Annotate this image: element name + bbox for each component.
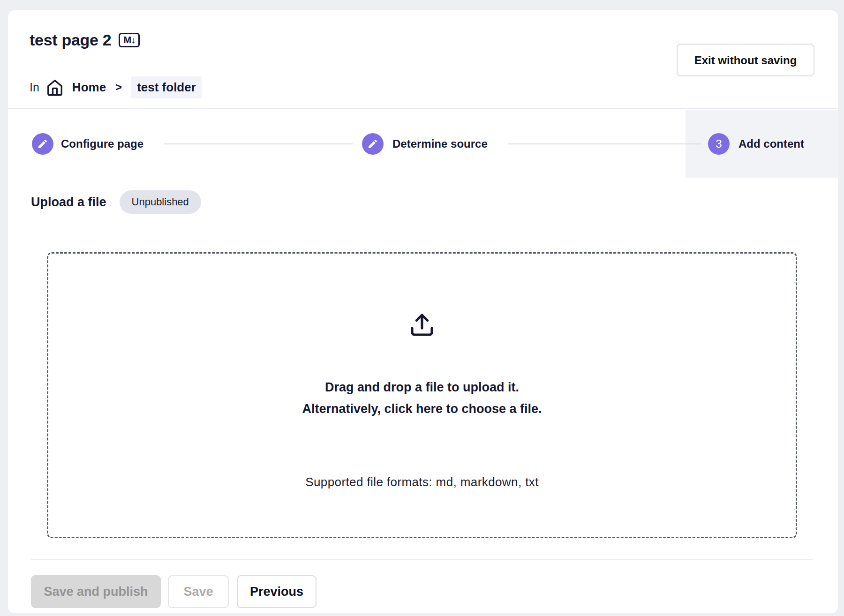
unpublished-badge: Unpublished xyxy=(120,190,201,214)
breadcrumb-separator: > xyxy=(115,81,122,94)
dropzone-line-2: Alternatively, click here to choose a fi… xyxy=(48,398,796,420)
breadcrumb-current-folder[interactable]: test folder xyxy=(131,76,202,98)
previous-button[interactable]: Previous xyxy=(237,575,316,608)
step-determine-source[interactable] xyxy=(359,110,505,178)
dropzone-instructions: Drag and drop a file to upload it. Alter… xyxy=(48,376,796,420)
footer-divider xyxy=(31,559,813,560)
file-dropzone[interactable]: Drag and drop a file to upload it. Alter… xyxy=(47,252,797,538)
section-heading-row: Upload a file Unpublished xyxy=(31,190,201,214)
supported-formats-text: Supported file formats: md, markdown, tx… xyxy=(48,475,796,489)
page-title: test page 2 xyxy=(30,31,111,49)
step-connector-1 xyxy=(164,143,353,144)
exit-without-saving-button[interactable]: Exit without saving xyxy=(677,44,814,76)
upload-icon xyxy=(409,312,435,338)
page-card: test page 2 M↓ In Home > test folder Exi… xyxy=(8,10,838,613)
stepper: Configure page Determine source 3 Add co… xyxy=(8,110,838,178)
header: test page 2 M↓ In Home > test folder Exi… xyxy=(8,10,838,109)
footer-actions: Save and publish Save Previous xyxy=(31,575,316,608)
step-connector-2 xyxy=(508,143,701,144)
section-heading: Upload a file xyxy=(31,195,106,210)
step-configure-page[interactable] xyxy=(29,110,165,178)
title-row: test page 2 M↓ xyxy=(30,31,140,49)
breadcrumb-home-link[interactable]: Home xyxy=(46,77,106,97)
dropzone-line-1: Drag and drop a file to upload it. xyxy=(48,376,796,398)
step-add-content[interactable] xyxy=(705,110,838,178)
breadcrumb-prefix: In xyxy=(30,81,39,94)
breadcrumb-home-label: Home xyxy=(72,80,106,95)
save-and-publish-button[interactable]: Save and publish xyxy=(31,575,161,608)
save-button[interactable]: Save xyxy=(168,575,229,608)
home-icon xyxy=(46,77,64,97)
markdown-icon: M↓ xyxy=(119,33,140,47)
breadcrumb: In Home > test folder xyxy=(30,75,202,99)
